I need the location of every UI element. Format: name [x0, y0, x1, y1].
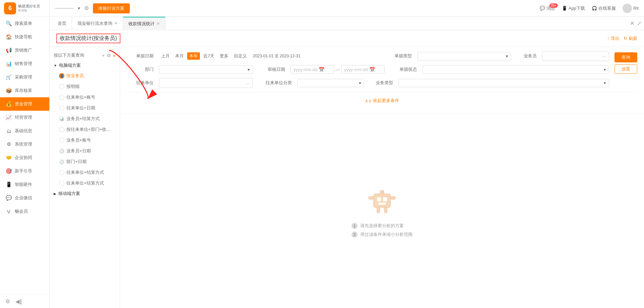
counterpart-dots[interactable]: ··· [246, 81, 250, 86]
svg-rect-0 [374, 194, 390, 207]
scheme-group-desktop-title[interactable]: ▼ 电脑端方案 [50, 60, 120, 70]
scheme-item-counterpart-account[interactable]: ⊟ 往来单位+账号 [50, 92, 120, 103]
scheme-collapse-icon[interactable]: « [113, 53, 116, 58]
scheme-item-counterpart-settlement1[interactable]: ⊞ 往来单位+结算方式 [50, 167, 120, 178]
tab-close-all-icon[interactable]: ✕ [630, 20, 634, 27]
chevron-right-icon: ▶ [54, 192, 56, 196]
download-icon: 📱 [562, 6, 567, 11]
settings-button[interactable]: 设置 [614, 64, 637, 74]
dept-select[interactable]: ▾ [159, 65, 253, 74]
scheme-item-salesperson-date[interactable]: 🕐 业务员+日期 [50, 146, 120, 156]
scheme-panel: 按以下方案查询 + ⚙ « ▼ 电脑端方案 👤 按业务员 [50, 47, 120, 308]
sidebar-item-search[interactable]: 🔍 搜索菜单 [0, 17, 49, 30]
operation-icon: 📈 [5, 114, 12, 121]
doc-type-select[interactable]: ▾ [417, 52, 511, 60]
marketing-icon: 📢 [5, 47, 12, 54]
scheme-item-dept-date[interactable]: 🕐 部门+日期 [50, 156, 120, 167]
scheme-item-counterpart-date[interactable]: ⊟ 往来单位+日期 [50, 103, 120, 113]
salesperson-input[interactable]: ··· [542, 51, 609, 61]
sidebar: 6 畅捷通好生意 标准版 🔍 搜索菜单 🏠 快捷导航 📢 营销推广 📊 销售管理… [0, 0, 50, 308]
sidebar-item-wechat[interactable]: 💬 企业微信 [0, 191, 49, 205]
tab-bank-close[interactable]: ✕ [114, 21, 117, 25]
collapse-up-icon: ∧∧ [365, 98, 372, 103]
sidebar-item-guide[interactable]: 🎯 新手引导 [0, 164, 49, 178]
header-right: 💬 消息 99+ 📱 App下载 🎧 在线客服 Rit [540, 4, 639, 13]
doc-status-label: 单据状态 [390, 66, 417, 72]
tab-collection-close[interactable]: ✕ [157, 21, 160, 26]
tab-bank[interactable]: 现金银行流水查询 ✕ [72, 17, 123, 30]
system-icon: ⚙ [5, 141, 12, 148]
sidebar-item-marketing[interactable]: 📢 营销推广 [0, 44, 49, 57]
scheme-table-icon-3: ⊟ [59, 127, 64, 132]
biz-type-select[interactable]: ▾ [398, 79, 609, 87]
header-dropdown[interactable]: ▾ [78, 6, 80, 11]
footer-settings-icon[interactable]: ⚙ [5, 298, 10, 305]
footer-collapse-icon[interactable]: ◀‖ [15, 298, 22, 305]
date-tab-this-month[interactable]: 本月 [173, 52, 186, 60]
tip-num-1: 1 [352, 223, 358, 229]
export-button[interactable]: ↑ 导出 [607, 36, 620, 42]
header-gear-icon[interactable]: ⚙ [84, 5, 89, 11]
review-date-start[interactable]: yyyy-mm-dd 📅 [290, 65, 334, 74]
sidebar-item-operation[interactable]: 📈 经营管理 [0, 111, 49, 124]
user-name: Rit [633, 6, 639, 11]
sidebar-item-purchase[interactable]: 🛒 采购管理 [0, 70, 49, 84]
date-tab-7days[interactable]: 近7天 [201, 52, 216, 60]
date-tab-last-month[interactable]: 上月 [159, 52, 172, 60]
scheme-settings-icon[interactable]: ⚙ [107, 53, 111, 58]
tab-collection[interactable]: 收款情况统计 ✕ [123, 17, 165, 30]
scheme-item-salesperson-settlement[interactable]: 📊 业务员+结算方式 [50, 113, 120, 124]
counterpart-input[interactable]: ··· [159, 78, 253, 88]
sidebar-item-hardware[interactable]: 📱 智能硬件 [0, 178, 49, 191]
scheme-grid-icon-2: ⊞ [59, 170, 64, 175]
sidebar-item-finance[interactable]: 💰 资金管理 [0, 97, 49, 111]
doc-status-select[interactable]: ▾ [422, 65, 609, 74]
sidebar-item-member[interactable]: V 畅会员 [0, 205, 49, 218]
scheme-item-counterpart-dept[interactable]: ⊟ 按往来单位+部门+收... [50, 124, 120, 135]
user-avatar [623, 4, 632, 13]
query-button[interactable]: 查询 [614, 52, 637, 62]
date-tab-more[interactable]: 更多 [218, 52, 230, 60]
trial-button[interactable]: 体验行业方案 [93, 3, 130, 13]
counterpart-category-select[interactable]: ▾ [297, 79, 364, 87]
sidebar-item-quicknav[interactable]: 🏠 快捷导航 [0, 30, 49, 44]
date-tab-custom[interactable]: 自定义 [232, 52, 249, 60]
inventory-icon: 📦 [5, 87, 12, 94]
notification-btn[interactable]: 💬 消息 99+ [540, 5, 555, 11]
counterpart-label: 往来单位 [127, 80, 154, 86]
scheme-item-salesperson-account[interactable]: ⊟ 业务员+账号 [50, 135, 120, 146]
chevron-down-icon: ▾ [506, 54, 508, 59]
finance-icon: 💰 [5, 101, 12, 107]
scheme-group-desktop: ▼ 电脑端方案 👤 按业务员 ⊞ 按明细 ⊟ 往来单位+账号 [50, 60, 120, 189]
review-date-end[interactable]: yyyy-mm-dd 📅 [341, 65, 385, 74]
tab-expand-icon[interactable]: ⤢ [637, 20, 641, 27]
app-download-btn[interactable]: 📱 App下载 [562, 5, 585, 11]
salesperson-dots[interactable]: ··· [602, 54, 606, 59]
sidebar-item-system[interactable]: ⚙ 系统管理 [0, 138, 49, 151]
notification-badge: 99+ [549, 3, 558, 8]
scheme-add-icon[interactable]: + [102, 53, 105, 58]
logo-icon: 6 [4, 2, 16, 14]
refresh-icon: ↻ [624, 36, 627, 41]
main-area: ━━━━━━━━ ▾ ⚙ 体验行业方案 💬 消息 99+ 📱 App下载 🎧 在… [50, 0, 644, 308]
collapse-button[interactable]: ∧∧ 收起更多条件 [362, 95, 402, 106]
calendar-end-icon: 📅 [369, 67, 375, 72]
scheme-group-mobile-title[interactable]: ▶ 移动端方案 [50, 189, 120, 199]
scheme-item-by-salesperson[interactable]: 👤 按业务员 [50, 70, 120, 81]
sidebar-item-basic[interactable]: 🗂 基础信息 [0, 124, 49, 138]
svg-rect-6 [369, 197, 374, 199]
scheme-item-by-detail[interactable]: ⊞ 按明细 [50, 81, 120, 92]
empty-robot-icon [365, 184, 399, 217]
refresh-button[interactable]: ↻ 刷新 [624, 36, 637, 42]
scheme-item-counterpart-settlement2[interactable]: ⊟ 往来单位+结算方式 [50, 178, 120, 189]
date-tab-this-year[interactable]: 本年 [187, 52, 200, 60]
sidebar-item-inventory[interactable]: 📦 库存核算 [0, 84, 49, 97]
enterprise-icon: 🤝 [5, 154, 12, 161]
sidebar-item-sales[interactable]: 📊 销售管理 [0, 57, 49, 70]
filter-row-date: 单据日期 上月 本月 本年 近7天 更多 自定义 [127, 51, 609, 61]
online-service-btn[interactable]: 🎧 在线客服 [592, 5, 616, 11]
tab-home[interactable]: 首页 [52, 17, 72, 30]
sidebar-item-enterprise[interactable]: 🤝 企业协同 [0, 151, 49, 164]
user-avatar-area[interactable]: Rit [623, 4, 639, 13]
scheme-table-icon-1: ⊟ [59, 95, 64, 100]
